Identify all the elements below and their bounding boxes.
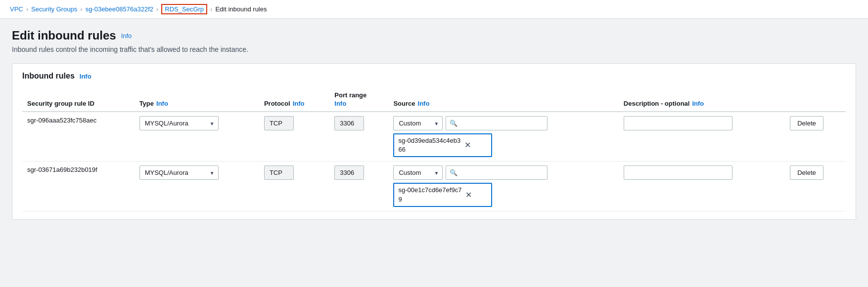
main-content: Edit inbound rules Info Inbound rules co…	[0, 19, 868, 240]
tag-text-1: sg-0d39eda534c4eb366	[398, 136, 460, 154]
type-select-2[interactable]: MYSQL/Aurora	[139, 165, 219, 180]
breadcrumb-sep-1: ›	[26, 5, 28, 13]
tag-close-1[interactable]: ✕	[464, 141, 471, 149]
source-cell-1: Custom ▼ 🔍 sg-0d39eda534c4eb	[388, 112, 618, 162]
delete-button-2[interactable]: Delete	[790, 165, 823, 180]
col-header-description: Description - optional Info	[619, 87, 785, 112]
source-select-wrapper-1: Custom ▼	[393, 116, 443, 130]
source-select-2[interactable]: Custom	[393, 165, 443, 180]
description-input-1[interactable]	[624, 116, 732, 130]
source-search-wrapper-2: 🔍	[446, 165, 548, 180]
source-search-input-1[interactable]	[446, 116, 548, 130]
type-cell-2: MYSQL/Aurora ▼	[135, 162, 259, 211]
source-tag-2: sg-00e1c7cd6e7ef9c79 ✕	[393, 183, 492, 206]
page-header: Edit inbound rules Info	[12, 29, 856, 42]
source-tag-1: sg-0d39eda534c4eb366 ✕	[393, 133, 492, 157]
col-header-source: Source Info	[388, 87, 618, 112]
search-icon-2: 🔍	[450, 169, 457, 176]
panel-info-link[interactable]: Info	[80, 73, 91, 80]
panel-header: Inbound rules Info	[22, 72, 846, 81]
source-select-1[interactable]: Custom	[393, 116, 443, 130]
description-input-2[interactable]	[624, 165, 732, 180]
type-select-wrapper-1: MYSQL/Aurora ▼	[139, 116, 219, 130]
source-select-wrapper-2: Custom ▼	[393, 165, 443, 180]
protocol-info-link[interactable]: Info	[293, 100, 305, 107]
inbound-rules-panel: Inbound rules Info Security group rule I…	[12, 63, 856, 220]
delete-button-1[interactable]: Delete	[790, 116, 823, 130]
breadcrumb-security-groups[interactable]: Security Groups	[31, 5, 77, 13]
tag-close-2[interactable]: ✕	[465, 191, 472, 199]
source-wrapper-2: Custom ▼ 🔍 sg-00e1c7cd6e7ef9	[393, 165, 613, 206]
rule-id-1: sgr-096aaa523fc758aec	[27, 113, 96, 124]
page-description: Inbound rules control the incoming traff…	[12, 45, 856, 53]
type-select-1[interactable]: MYSQL/Aurora	[139, 116, 219, 130]
source-cell-2: Custom ▼ 🔍 sg-00e1c7cd6e7ef9	[388, 162, 618, 211]
breadcrumb-current: Edit inbound rules	[215, 5, 267, 13]
tag-text-2: sg-00e1c7cd6e7ef9c79	[398, 186, 461, 204]
search-icon-1: 🔍	[450, 120, 457, 127]
action-cell-2: Delete	[785, 162, 846, 211]
rule-id-2: sgr-03671a69b232b019f	[27, 162, 97, 173]
breadcrumb-sep-4: ›	[210, 5, 212, 13]
breadcrumb-sep-3: ›	[156, 5, 158, 13]
rule-id-cell-1: sgr-096aaa523fc758aec	[22, 112, 135, 162]
type-select-wrapper-2: MYSQL/Aurora ▼	[139, 165, 219, 180]
source-info-link[interactable]: Info	[418, 100, 430, 107]
breadcrumb-sg-id[interactable]: sg-03ebee08576a322f2	[86, 5, 153, 13]
col-header-type: Type Info	[135, 87, 259, 112]
table-row: sgr-03671a69b232b019f MYSQL/Aurora ▼ TCP	[22, 162, 846, 211]
source-search-input-2[interactable]	[446, 165, 548, 180]
desc-info-link[interactable]: Info	[692, 100, 704, 107]
page-info-link[interactable]: Info	[121, 32, 132, 40]
type-info-link[interactable]: Info	[156, 100, 168, 107]
breadcrumb-sep-2: ›	[80, 5, 82, 13]
source-wrapper-1: Custom ▼ 🔍 sg-0d39eda534c4eb	[393, 116, 613, 157]
port-cell-1: 3306	[329, 112, 388, 162]
description-cell-1	[619, 112, 785, 162]
breadcrumb-vpc[interactable]: VPC	[10, 5, 23, 13]
protocol-cell-2: TCP	[259, 162, 329, 211]
col-header-rule-id: Security group rule ID	[22, 87, 135, 112]
port-field-1: 3306	[334, 116, 364, 130]
type-cell-1: MYSQL/Aurora ▼	[135, 112, 259, 162]
table-row: sgr-096aaa523fc758aec MYSQL/Aurora ▼ TCP	[22, 112, 846, 162]
description-cell-2	[619, 162, 785, 211]
port-field-2: 3306	[334, 165, 364, 180]
rules-table: Security group rule ID Type Info Protoco…	[22, 87, 846, 211]
breadcrumb: VPC › Security Groups › sg-03ebee08576a3…	[0, 0, 868, 19]
page-title: Edit inbound rules	[12, 29, 116, 42]
source-top-2: Custom ▼ 🔍	[393, 165, 548, 180]
col-header-actions	[785, 87, 846, 112]
protocol-cell-1: TCP	[259, 112, 329, 162]
source-search-wrapper-1: 🔍	[446, 116, 548, 130]
action-cell-1: Delete	[785, 112, 846, 162]
panel-title: Inbound rules	[22, 72, 75, 81]
breadcrumb-rds-secgrp[interactable]: RDS_SecGrp	[161, 4, 207, 14]
protocol-field-1: TCP	[264, 116, 294, 130]
col-header-port-range: Port range Info	[329, 87, 388, 112]
source-top-1: Custom ▼ 🔍	[393, 116, 548, 130]
rule-id-cell-2: sgr-03671a69b232b019f	[22, 162, 135, 211]
col-header-protocol: Protocol Info	[259, 87, 329, 112]
protocol-field-2: TCP	[264, 165, 294, 180]
port-cell-2: 3306	[329, 162, 388, 211]
port-info-link[interactable]: Info	[334, 100, 346, 107]
